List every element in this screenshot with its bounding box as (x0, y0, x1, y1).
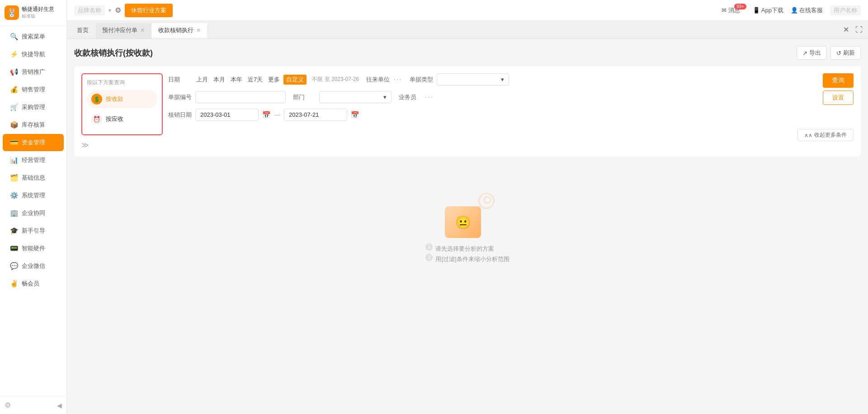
doctype-label: 单据类型 (410, 76, 433, 84)
filter-panel-title: 按以下方案查询 (87, 79, 157, 86)
this-month-btn[interactable]: 本月 (212, 75, 227, 85)
tab-close-window-button[interactable]: ✕ (841, 24, 851, 36)
chevron-down-icon[interactable]: ▾ (108, 7, 111, 14)
step-2-num: 2 (425, 254, 433, 261)
message-icon: ✉ (722, 7, 726, 14)
main-area: 品牌名称 ▾ ⚙ 休馆行业方案 ✉ 消息 99+ 📱 App下载 👤 在线客服 … (67, 0, 868, 414)
partner-input-trigger[interactable]: ··· (393, 76, 402, 84)
date-buttons: 上月 本月 本年 近7天 更多 自定义 (194, 75, 307, 85)
hexiao-start-calendar-icon[interactable]: 📅 (262, 111, 271, 119)
sidebar-item-ops[interactable]: 📊 经营管理 (3, 152, 64, 169)
hexiao-label: 核销日期 (168, 111, 192, 119)
topbar-brand: 品牌名称 (74, 5, 105, 15)
sidebar-item-label: 经营管理 (22, 156, 45, 164)
doctype-select[interactable]: ▾ (437, 73, 509, 86)
hexiao-end-calendar-icon[interactable]: 📅 (351, 111, 359, 119)
online-service-button[interactable]: 👤 在线客服 (791, 6, 823, 14)
filter-scheme-panel: 按以下方案查询 💲 按收款 ⏰ 按应收 (81, 73, 163, 135)
filter-option-by-receivable[interactable]: ⏰ 按应收 (87, 110, 157, 128)
sidebar-item-finance[interactable]: 💳 资金管理 (3, 134, 64, 151)
sidebar-logo: 🐰 畅捷通好生意 标准版 (0, 0, 66, 26)
sidebar-item-sales[interactable]: 💰 销售管理 (3, 81, 64, 98)
tab-home[interactable]: 首页 (71, 23, 95, 38)
dept-filter: 部门 ▾ (293, 91, 392, 103)
sidebar-item-weixin[interactable]: 💬 企业微信 (3, 257, 64, 275)
tab-prepay[interactable]: 预付冲应付单 ✕ (96, 23, 151, 38)
filter-option-by-receipt[interactable]: 💲 按收款 (87, 90, 157, 108)
sidebar-item-system[interactable]: ⚙️ 系统管理 (3, 187, 64, 204)
tab-close-icon[interactable]: ✕ (140, 27, 145, 33)
sidebar: 🐰 畅捷通好生意 标准版 🔍 搜索菜单 ⚡ 快捷导航 📢 营销推广 💰 销售管理… (0, 0, 67, 414)
settings-icon[interactable]: ⚙ (5, 401, 11, 409)
refresh-button[interactable]: ↺ 刷新 (830, 46, 861, 60)
hexiao-date-filter: 核销日期 📅 — 📅 (168, 109, 359, 121)
hexiao-end-input[interactable] (284, 109, 347, 121)
sidebar-item-search[interactable]: 🔍 搜索菜单 (3, 28, 64, 45)
chevron-down-icon: ▾ (501, 76, 504, 83)
refresh-icon: ↺ (836, 50, 841, 57)
app-download-button[interactable]: 📱 App下载 (753, 6, 783, 14)
dept-label: 部门 (293, 93, 316, 101)
sidebar-item-label: 搜索菜单 (22, 33, 45, 41)
sidebar-item-label: 采购管理 (22, 103, 45, 111)
page-header: 收款核销执行(按收款) ↗ 导出 ↺ 刷新 (74, 46, 861, 60)
tab-close-active-icon[interactable]: ✕ (196, 27, 201, 33)
page-title: 收款核销执行(按收款) (74, 48, 153, 58)
gear-icon[interactable]: ⚙ (115, 6, 121, 14)
system-icon: ⚙️ (10, 191, 18, 200)
industry-btn[interactable]: 休馆行业方案 (125, 4, 173, 17)
docno-filter: 单据编号 (168, 91, 286, 103)
purchase-icon: 🛒 (10, 103, 18, 111)
message-button[interactable]: ✉ 消息 99+ (722, 6, 740, 14)
sidebar-item-corp[interactable]: 🏢 企业协同 (3, 205, 64, 222)
sidebar-item-purchase[interactable]: 🛒 采购管理 (3, 99, 64, 116)
sidebar-item-label: 营销推广 (22, 68, 45, 76)
staff-input-trigger[interactable]: ··· (425, 93, 434, 101)
sales-icon: 💰 (10, 86, 18, 94)
collapse-more-row: ∧∧ 收起更多条件 (168, 129, 854, 141)
filter-right: 日期 上月 本月 本年 近7天 更多 自定义 不限 至 2023-07-26 (168, 73, 854, 149)
sidebar-item-label: 企业协同 (22, 209, 45, 217)
sidebar-item-label: 销售管理 (22, 86, 45, 94)
sidebar-item-marketing[interactable]: 📢 营销推广 (3, 63, 64, 81)
sidebar-item-member[interactable]: ✌️ 畅会员 (3, 275, 64, 292)
partner-label: 往来单位 (366, 76, 390, 84)
custom-date-btn[interactable]: 自定义 (283, 75, 307, 85)
docno-input[interactable] (195, 91, 286, 103)
tab-maximize-button[interactable]: ⛶ (854, 24, 864, 36)
last-month-btn[interactable]: 上月 (194, 75, 210, 85)
date-filter: 日期 上月 本月 本年 近7天 更多 自定义 不限 至 2023-07-26 (168, 75, 359, 85)
receipt-option-icon: 💲 (91, 94, 102, 105)
basic-icon: 🗂️ (10, 174, 18, 182)
logo-text: 畅捷通好生意 (22, 6, 54, 13)
sidebar-item-guide[interactable]: 🎓 新手引导 (3, 222, 64, 239)
this-year-btn[interactable]: 本年 (229, 75, 244, 85)
sidebar-item-basic[interactable]: 🗂️ 基础信息 (3, 169, 64, 186)
collapse-more-button[interactable]: ∧∧ 收起更多条件 (797, 129, 854, 141)
partner-filter: 往来单位 ··· (366, 76, 402, 84)
tab-receipt-verify[interactable]: 收款核销执行 ✕ (152, 23, 207, 38)
last-7-days-btn[interactable]: 近7天 (246, 75, 264, 85)
sidebar-item-label: 新手引导 (22, 227, 45, 235)
export-button[interactable]: ↗ 导出 (797, 46, 827, 60)
query-button[interactable]: 查询 (823, 73, 854, 88)
chevron-down-icon: ▾ (383, 94, 387, 100)
collapse-left-panel-button[interactable]: ≫ (81, 141, 89, 149)
tab-receipt-label: 收款核销执行 (158, 26, 193, 34)
hexiao-start-input[interactable] (195, 109, 259, 121)
sidebar-item-quick-nav[interactable]: ⚡ 快捷导航 (3, 46, 64, 63)
dept-select[interactable]: ▾ (319, 91, 392, 103)
sidebar-item-label: 系统管理 (22, 191, 45, 200)
service-icon: 👤 (791, 7, 798, 14)
sidebar-item-inventory[interactable]: 📦 库存核算 (3, 116, 64, 133)
settings-button[interactable]: 设置 (823, 90, 854, 105)
filter-row-3: 核销日期 📅 — 📅 (168, 109, 816, 121)
collapse-sidebar-icon[interactable]: ◀ (57, 402, 62, 409)
sidebar-bottom: ⚙ ◀ (0, 396, 66, 414)
sidebar-item-label: 基础信息 (22, 174, 45, 182)
date-range-hint: 不限 至 2023-07-26 (312, 76, 359, 83)
sidebar-item-hardware[interactable]: 📟 智能硬件 (3, 240, 64, 257)
app-icon: 📱 (753, 7, 760, 14)
empty-illustration: 😐 (440, 193, 495, 238)
more-date-btn[interactable]: 更多 (266, 75, 282, 85)
